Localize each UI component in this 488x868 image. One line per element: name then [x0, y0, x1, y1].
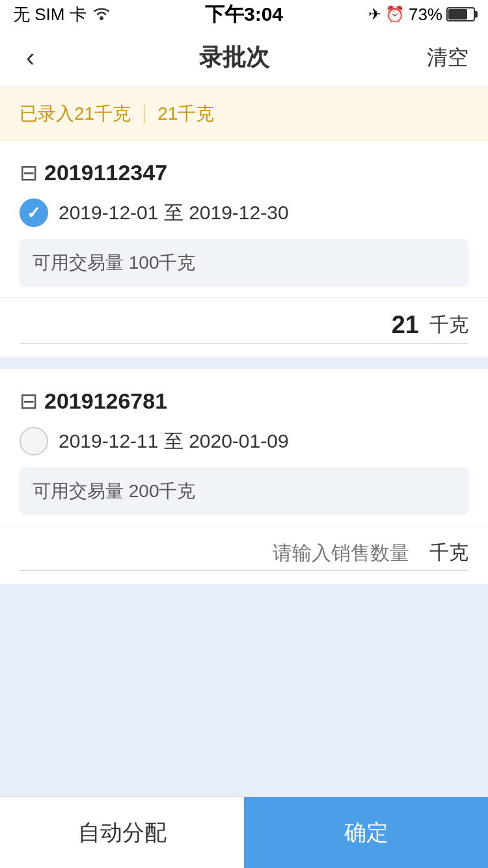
batch-doc-icon-1: ⊟: [20, 159, 38, 185]
alarm-icon: ⏰: [385, 5, 405, 23]
summary-bar: 已录入21千克 21千克: [0, 87, 488, 141]
batch-header-2: ⊟ 2019126781: [0, 370, 488, 420]
batch-date-row-2[interactable]: ✓ 2019-12-11 至 2020-01-09: [0, 420, 488, 462]
checkmark-icon-1: ✓: [27, 203, 41, 223]
batch-date-row-1[interactable]: ✓ 2019-12-01 至 2019-12-30: [0, 192, 488, 234]
location-icon: ✈: [368, 5, 381, 23]
carrier-text: 无 SIM 卡: [13, 3, 87, 26]
summary-amount-label: 21千克: [157, 102, 214, 126]
qty-value-1: 21: [392, 311, 419, 339]
batch-date-1: 2019-12-01 至 2019-12-30: [59, 200, 289, 226]
svg-point-0: [100, 16, 103, 20]
auto-distribute-button[interactable]: 自动分配: [0, 797, 244, 868]
battery-icon: [446, 7, 475, 21]
batch-date-2: 2019-12-11 至 2020-01-09: [59, 428, 289, 455]
section-divider-1: [0, 358, 488, 368]
status-left: 无 SIM 卡: [13, 3, 111, 26]
batch-card-1: ⊟ 2019112347 ✓ 2019-12-01 至 2019-12-30 可…: [0, 141, 488, 357]
summary-recorded-label: 已录入21千克: [20, 102, 131, 126]
page-title: 录批次: [199, 42, 269, 74]
available-qty-1: 可用交易量 100千克: [20, 239, 468, 287]
batch-card-2: ⊟ 2019126781 ✓ 2019-12-11 至 2020-01-09 可…: [0, 370, 488, 584]
battery-percent: 73%: [409, 5, 442, 25]
qty-row-1: 21 千克: [0, 297, 488, 357]
summary-divider: [144, 105, 144, 123]
batch-id-2: 2019126781: [44, 388, 167, 414]
back-button[interactable]: ‹: [20, 36, 41, 79]
status-time: 下午3:04: [205, 1, 283, 28]
qty-unit-2: 千克: [429, 539, 468, 566]
status-right: ✈ ⏰ 73%: [368, 5, 475, 25]
status-bar: 无 SIM 卡 下午3:04 ✈ ⏰ 73%: [0, 0, 488, 29]
qty-row-2: 千克: [0, 526, 488, 584]
radio-button-2[interactable]: ✓: [20, 427, 48, 455]
clear-button[interactable]: 清空: [427, 44, 468, 72]
nav-bar: ‹ 录批次 清空: [0, 29, 488, 87]
available-qty-2: 可用交易量 200千克: [20, 467, 468, 515]
batch-id-1: 2019112347: [44, 160, 167, 185]
wifi-icon: [92, 5, 111, 25]
batch-doc-icon-2: ⊟: [20, 388, 38, 414]
batch-header-1: ⊟ 2019112347: [0, 141, 488, 192]
bottom-bar: 自动分配 确定: [0, 796, 488, 868]
confirm-button[interactable]: 确定: [244, 797, 488, 868]
qty-input-2[interactable]: [172, 542, 419, 564]
radio-button-1[interactable]: ✓: [20, 198, 48, 227]
qty-unit-1: 千克: [429, 312, 468, 338]
